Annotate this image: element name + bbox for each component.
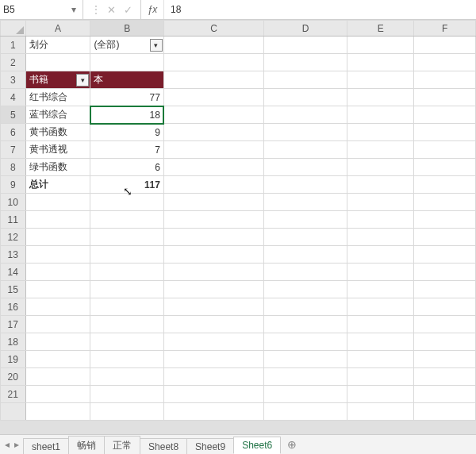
column-header[interactable]: D: [264, 21, 347, 37]
cell[interactable]: [264, 71, 347, 89]
row-header[interactable]: 15: [1, 281, 26, 298]
cell[interactable]: [347, 264, 414, 281]
cell[interactable]: 绿书函数: [25, 159, 90, 176]
cell[interactable]: (全部)▾: [90, 37, 163, 54]
row-header[interactable]: 5: [1, 106, 26, 124]
cell[interactable]: [414, 54, 476, 71]
cell[interactable]: [414, 264, 476, 281]
cell[interactable]: [414, 37, 476, 54]
cell[interactable]: [264, 124, 347, 141]
expand-formula-icon[interactable]: ⋮: [91, 4, 99, 15]
cell[interactable]: 77: [90, 89, 163, 106]
cell[interactable]: [90, 211, 163, 229]
cell[interactable]: [90, 229, 163, 246]
cell[interactable]: [347, 229, 414, 246]
sheet-tab[interactable]: 畅销: [68, 436, 105, 454]
cell[interactable]: [414, 194, 476, 211]
cell[interactable]: 9: [90, 124, 163, 141]
cell[interactable]: [347, 141, 414, 159]
cell[interactable]: 黄书透视: [25, 141, 90, 159]
cell[interactable]: [163, 229, 263, 246]
cell[interactable]: [163, 106, 263, 124]
select-all-corner[interactable]: [1, 21, 26, 37]
sheet-tab[interactable]: sheet1: [23, 438, 69, 454]
pivot-filter-dropdown-icon[interactable]: ▾: [76, 74, 89, 87]
cell[interactable]: [264, 141, 347, 159]
cell[interactable]: [90, 194, 163, 211]
cell[interactable]: [90, 264, 163, 281]
tab-nav-next-icon[interactable]: ▸: [14, 439, 19, 450]
cell[interactable]: [25, 333, 90, 351]
cell[interactable]: [414, 246, 476, 264]
cell[interactable]: [264, 246, 347, 264]
cell[interactable]: [347, 351, 414, 368]
cell[interactable]: 蓝书综合: [25, 106, 90, 124]
row-header[interactable]: 1: [1, 37, 26, 54]
cell[interactable]: 6: [90, 159, 163, 176]
cell[interactable]: 本: [90, 71, 163, 89]
row-header[interactable]: 3: [1, 71, 26, 89]
cell[interactable]: [25, 264, 90, 281]
cell[interactable]: 划分: [25, 37, 90, 54]
cell[interactable]: [163, 386, 263, 403]
cell[interactable]: [414, 368, 476, 386]
cell[interactable]: 18: [90, 106, 163, 124]
cell[interactable]: [163, 264, 263, 281]
page-filter-dropdown-icon[interactable]: ▾: [150, 39, 163, 52]
cell[interactable]: [414, 281, 476, 298]
cell[interactable]: [90, 54, 163, 71]
cell[interactable]: 黄书函数: [25, 124, 90, 141]
cell[interactable]: [163, 351, 263, 368]
cell[interactable]: [163, 159, 263, 176]
row-header[interactable]: 2: [1, 54, 26, 71]
cell[interactable]: [163, 246, 263, 264]
cell[interactable]: [264, 106, 347, 124]
cell[interactable]: [25, 368, 90, 386]
cell[interactable]: [90, 386, 163, 403]
cell[interactable]: [414, 386, 476, 403]
cell[interactable]: [25, 229, 90, 246]
cell[interactable]: [264, 194, 347, 211]
cell[interactable]: [163, 194, 263, 211]
cell[interactable]: [25, 351, 90, 368]
cell[interactable]: [414, 141, 476, 159]
cell[interactable]: [264, 264, 347, 281]
cell[interactable]: [25, 246, 90, 264]
sheet-tab[interactable]: Sheet8: [140, 438, 187, 454]
cell[interactable]: [347, 246, 414, 264]
cell[interactable]: [25, 386, 90, 403]
cell[interactable]: [347, 333, 414, 351]
row-header[interactable]: 14: [1, 264, 26, 281]
cell[interactable]: [264, 54, 347, 71]
cell[interactable]: [347, 386, 414, 403]
name-box-dropdown-icon[interactable]: ▾: [68, 4, 79, 15]
cell[interactable]: [163, 298, 263, 316]
cell[interactable]: [163, 71, 263, 89]
sheet-tab[interactable]: Sheet6: [233, 437, 281, 454]
column-header[interactable]: E: [347, 21, 414, 37]
cell[interactable]: [347, 176, 414, 194]
cell[interactable]: [163, 124, 263, 141]
cell[interactable]: [347, 71, 414, 89]
cell[interactable]: [414, 106, 476, 124]
row-header[interactable]: 19: [1, 351, 26, 368]
cell[interactable]: [163, 333, 263, 351]
cell[interactable]: 红书综合: [25, 89, 90, 106]
row-header[interactable]: 10: [1, 194, 26, 211]
cell[interactable]: [163, 54, 263, 71]
cell[interactable]: [25, 194, 90, 211]
cell[interactable]: [163, 368, 263, 386]
cell[interactable]: [414, 316, 476, 333]
cell[interactable]: [25, 211, 90, 229]
cell[interactable]: [414, 89, 476, 106]
cell[interactable]: [264, 211, 347, 229]
cell[interactable]: [25, 298, 90, 316]
cell[interactable]: [347, 368, 414, 386]
cell[interactable]: 7: [90, 141, 163, 159]
cell[interactable]: [264, 298, 347, 316]
row-header[interactable]: 13: [1, 246, 26, 264]
cell[interactable]: [264, 37, 347, 54]
cell[interactable]: [414, 229, 476, 246]
row-header[interactable]: 9: [1, 176, 26, 194]
cell[interactable]: [25, 316, 90, 333]
